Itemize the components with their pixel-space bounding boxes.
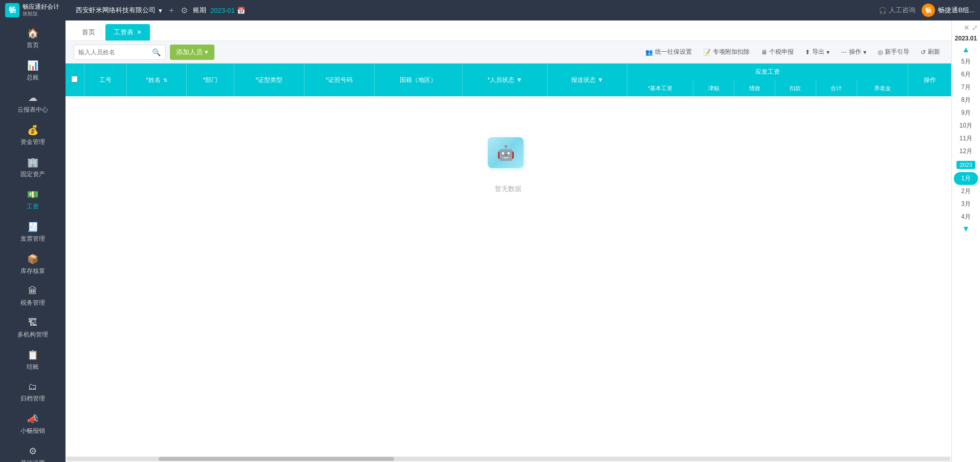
search-input[interactable] (78, 49, 150, 56)
tax-icon: 🏛 (28, 286, 37, 297)
sidebar-label-ledger: 总账 (27, 73, 39, 82)
operations-btn[interactable]: ⋯ 操作 ▾ (838, 47, 869, 57)
calendar-month-6[interactable]: 6月 (952, 68, 980, 81)
company-dropdown-icon[interactable]: ▾ (159, 7, 162, 14)
period-label: 账期 (193, 6, 206, 15)
sidebar-item-ledger[interactable]: 📊 总账 (0, 55, 66, 87)
archive-icon: 🗂 (28, 382, 37, 392)
th-base-salary: *基本工资 (627, 80, 693, 96)
add-person-dropdown-icon: ▾ (205, 48, 208, 56)
tab-home-label: 首页 (82, 28, 95, 37)
calendar-year-badge: 2023 (956, 161, 975, 169)
tax-icon-tb: 🖥 (761, 49, 767, 56)
calendar-month-1[interactable]: 1月 (954, 172, 978, 185)
sidebar-item-fund[interactable]: 💰 资金管理 (0, 119, 66, 152)
export-icon: ⬆ (805, 49, 810, 56)
scrollbar-thumb[interactable] (159, 457, 394, 461)
content-area: 首页 工资表 ✕ 🔍 添加人员 ▾ 👥 统一社保设置 (66, 20, 951, 462)
operations-icon: ⋯ (841, 49, 847, 56)
sidebar-item-fixed-assets[interactable]: 🏢 固定资产 (0, 152, 66, 184)
calendar-month-5[interactable]: 5月 (952, 55, 980, 68)
social-setting-btn[interactable]: 👥 统一社保设置 (642, 47, 695, 57)
export-dropdown-icon: ▾ (826, 49, 830, 56)
search-wrap: 🔍 (74, 45, 166, 60)
sidebar-item-tax[interactable]: 🏛 税务管理 (0, 281, 66, 312)
sidebar-item-cloud-report[interactable]: ☁ 云报表中心 (0, 87, 66, 119)
tab-payroll[interactable]: 工资表 ✕ (105, 24, 150, 40)
avatar: 畅 (922, 4, 935, 17)
calendar-up-nav[interactable]: ▲ (961, 44, 971, 55)
sidebar-label-invoice: 发票管理 (20, 235, 45, 243)
th-allowance: 津贴 (693, 80, 734, 96)
empty-icon-face: 🤖 (497, 144, 515, 161)
empty-icon: 🤖 (488, 137, 529, 178)
user-menu[interactable]: 畅 畅捷通B组... (922, 4, 975, 17)
sidebar-item-archive[interactable]: 🗂 归档管理 (0, 376, 66, 408)
calendar-month-4[interactable]: 4月 (952, 211, 980, 223)
sidebar-item-inventory[interactable]: 📦 库存核算 (0, 248, 66, 281)
table-wrap: 工号 *姓名 ⇅ *部门 *证型类型 *证照号码 国籍（地区） *人员状态 ▼ (66, 64, 951, 456)
operations-dropdown-icon: ▾ (863, 49, 866, 56)
th-department: *部门 (187, 64, 234, 96)
person-status-filter-icon[interactable]: ▼ (516, 76, 522, 83)
sidebar-label-cloud-report: 云报表中心 (17, 106, 48, 114)
calendar-month-2[interactable]: 2月 (952, 185, 980, 198)
calendar-month-12[interactable]: 12月 (952, 145, 980, 158)
human-service-btn[interactable]: 🎧 人工咨询 (879, 6, 916, 15)
tab-home[interactable]: 首页 (74, 24, 103, 40)
sidebar-item-closing[interactable]: 📋 结账 (0, 344, 66, 376)
payroll-table: 工号 *姓名 ⇅ *部门 *证型类型 *证照号码 国籍（地区） *人员状态 ▼ (66, 64, 951, 235)
empty-state: 🤖 暂无数据 (66, 96, 951, 235)
settings-icon[interactable]: ⚙ (181, 6, 188, 15)
th-id-number: *证照号码 (304, 64, 374, 96)
calendar-down-nav[interactable]: ▼ (961, 223, 971, 235)
report-status-filter-icon[interactable]: ▼ (597, 76, 603, 83)
sidebar-item-payroll[interactable]: 💵 工资 (0, 184, 66, 216)
special-deduction-btn[interactable]: 📝 专项附加扣除 (700, 47, 753, 57)
calendar-icon[interactable]: 📅 (237, 7, 245, 14)
invoice-icon: 🧾 (27, 221, 38, 233)
search-icon: 🔍 (152, 48, 161, 56)
name-sort-icon[interactable]: ⇅ (163, 77, 167, 83)
app-logo-text: 畅应通好会计 (23, 3, 59, 10)
th-performance: 绩效 (734, 80, 775, 96)
company-selector[interactable]: 西安虾米网络科技有限公司 ▾ (76, 6, 162, 15)
new-guide-btn[interactable]: ◎ 新手引导 (875, 47, 912, 57)
calendar-panel: ✕ ⤢ 2023.01 ▲ 5月 6月 7月 8月 9月 10月 11月 12月… (951, 20, 980, 462)
export-btn[interactable]: ⬆ 导出 ▾ (802, 47, 833, 57)
calendar-year-label: 2023.01 (955, 33, 977, 44)
close-panel-icon[interactable]: ✕ (964, 24, 970, 32)
table-header-row1: 工号 *姓名 ⇅ *部门 *证型类型 *证照号码 国籍（地区） *人员状态 ▼ (66, 64, 951, 80)
calendar-month-3[interactable]: 3月 (952, 198, 980, 211)
header-period: 账期 2023-01 📅 (193, 6, 245, 15)
calendar-month-11[interactable]: 11月 (952, 132, 980, 145)
main-layout: 🏠 首页 📊 总账 ☁ 云报表中心 💰 资金管理 🏢 固定资产 💵 工资 🧾 发… (0, 20, 980, 462)
sidebar-label-fund: 资金管理 (20, 138, 45, 146)
empty-text: 暂无数据 (495, 184, 521, 194)
tab-bar: 首页 工资表 ✕ (66, 20, 951, 41)
horizontal-scrollbar[interactable] (66, 456, 951, 462)
sidebar-item-invoice[interactable]: 🧾 发票管理 (0, 216, 66, 248)
sidebar-item-settings[interactable]: ⚙ 基础设置 (0, 440, 66, 462)
calendar-month-8[interactable]: 8月 (952, 94, 980, 107)
app-logo-icon: 畅 (5, 3, 19, 17)
calendar-month-7[interactable]: 7月 (952, 81, 980, 94)
refresh-btn[interactable]: ↺ 刷新 (918, 47, 943, 57)
th-id-type: *证型类型 (234, 64, 304, 96)
th-checkbox (66, 64, 84, 96)
calendar-month-9[interactable]: 9月 (952, 107, 980, 119)
tab-close-icon[interactable]: ✕ (137, 29, 142, 36)
th-pension: 养老金 (857, 80, 908, 96)
add-person-button[interactable]: 添加人员 ▾ (170, 45, 214, 60)
sidebar-item-expense[interactable]: 📣 小畅报销 (0, 408, 66, 440)
tax-declaration-btn[interactable]: 🖥 个税申报 (758, 47, 797, 57)
sidebar-item-home[interactable]: 🏠 首页 (0, 23, 66, 55)
sidebar-item-multi-org[interactable]: 🏗 多机构管理 (0, 312, 66, 344)
expand-panel-icon[interactable]: ⤢ (972, 24, 978, 32)
calendar-month-10[interactable]: 10月 (952, 119, 980, 132)
add-icon[interactable]: ＋ (167, 5, 176, 16)
select-all-checkbox[interactable] (71, 76, 78, 82)
sidebar-label-inventory: 库存核算 (20, 267, 45, 276)
th-operations: 操作 (908, 64, 951, 96)
guide-tb-icon: ◎ (878, 49, 883, 56)
